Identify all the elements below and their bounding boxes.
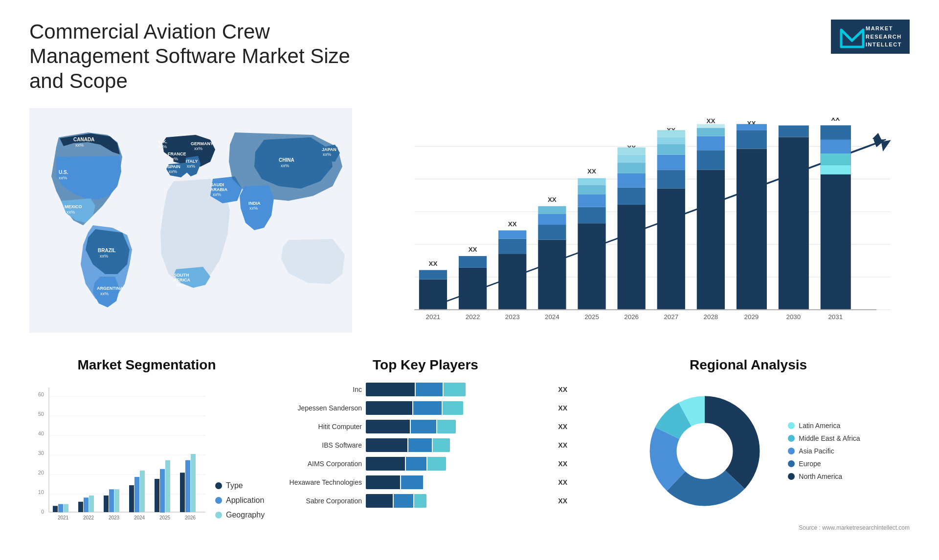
svg-rect-36: [498, 231, 526, 239]
seg-bar-chart-area: 0 10 20 30 40 50 60: [29, 383, 205, 519]
logo-icon: [839, 25, 866, 48]
svg-text:xx%: xx%: [170, 156, 178, 161]
svg-rect-74: [618, 148, 646, 155]
svg-text:XX: XX: [508, 220, 517, 228]
players-list: Inc XX Jepessen Sanderson: [284, 383, 567, 508]
svg-rect-77: [737, 124, 767, 130]
svg-text:2021: 2021: [58, 515, 69, 520]
bar-2028: [697, 170, 725, 310]
player-name-inc: Inc: [284, 386, 362, 393]
us-label: U.S.: [59, 170, 68, 175]
svg-rect-114: [140, 471, 145, 512]
north-america-dot: [788, 473, 795, 480]
india-label: INDIA: [248, 201, 261, 206]
svg-text:ARABIA: ARABIA: [210, 187, 227, 192]
svg-text:2028: 2028: [704, 313, 718, 321]
regional-section: Regional Analysis: [587, 357, 910, 531]
spain-label: SPAIN: [167, 164, 180, 169]
svg-text:0: 0: [41, 509, 44, 515]
svg-text:2029: 2029: [744, 313, 759, 321]
bar-2023: [498, 254, 526, 310]
svg-rect-118: [165, 460, 170, 512]
reg-europe: Europe: [788, 460, 860, 468]
source-text: Source : www.marketresearchintellect.com: [587, 524, 910, 531]
italy-label: ITALY: [186, 159, 198, 164]
main-grid: CANADA xx% U.S. xx% MEXICO xx% BRAZIL xx…: [29, 108, 910, 531]
svg-text:2023: 2023: [505, 313, 520, 321]
argentina-label: ARGENTINA: [97, 286, 123, 291]
player-row-aims: AIMS Corporation XX: [284, 457, 567, 471]
segmentation-section: Market Segmentation 0 10 20 30 40: [29, 357, 264, 519]
svg-text:2023: 2023: [109, 515, 120, 520]
player-name-ibs: IBS Software: [284, 441, 362, 449]
svg-text:xx%: xx%: [176, 282, 184, 287]
svg-rect-64: [697, 128, 725, 136]
svg-rect-53: [618, 155, 646, 163]
svg-text:2024: 2024: [545, 313, 559, 321]
svg-rect-50: [618, 188, 646, 205]
player-value-ibs: XX: [558, 441, 567, 449]
europe-dot: [788, 460, 795, 467]
svg-text:XX: XX: [469, 246, 477, 254]
svg-marker-26: [877, 136, 891, 152]
player-value-inc: XX: [558, 386, 567, 393]
player-bars-hexaware: [366, 475, 552, 489]
svg-rect-62: [697, 150, 725, 170]
svg-rect-51: [618, 173, 646, 188]
svg-rect-76: [697, 124, 725, 128]
svg-rect-32: [459, 256, 487, 268]
map-section: CANADA xx% U.S. xx% MEXICO xx% BRAZIL xx…: [29, 108, 362, 343]
japan-label: JAPAN: [322, 147, 336, 152]
latin-america-dot: [788, 422, 795, 429]
trend-chart-svg: XX 2021 XX 2022 XX 2023 XX 2024: [386, 118, 900, 352]
logo-text: MARKET RESEARCH INTELLECT: [866, 24, 902, 49]
svg-text:2026: 2026: [185, 515, 196, 520]
regional-title: Regional Analysis: [587, 357, 910, 373]
reg-latin-america: Latin America: [788, 422, 860, 430]
svg-text:30: 30: [38, 450, 44, 456]
svg-rect-56: [657, 170, 685, 189]
svg-text:xx%: xx%: [100, 291, 109, 296]
player-row-hitit: Hitit Computer XX: [284, 420, 567, 433]
asia-pacific-dot: [788, 448, 795, 454]
svg-rect-82: [821, 153, 851, 165]
svg-rect-112: [129, 485, 134, 512]
mea-label: Middle East & Africa: [799, 434, 860, 442]
svg-text:xx%: xx%: [67, 210, 75, 215]
player-name-sabre: Sabre Corporation: [284, 497, 362, 505]
svg-rect-106: [89, 495, 94, 512]
player-value-hexaware: XX: [558, 478, 567, 486]
bar-2021: [419, 280, 447, 310]
svg-rect-41: [538, 206, 566, 214]
svg-rect-78: [779, 126, 809, 137]
svg-rect-100: [53, 506, 58, 512]
seg-chart-svg: 0 10 20 30 40 50 60: [29, 383, 205, 529]
chart-section: XX 2021 XX 2022 XX 2023 XX 2024: [377, 108, 910, 343]
svg-line-28: [424, 139, 886, 309]
svg-text:XX: XX: [429, 260, 438, 267]
player-value-hitit: XX: [558, 423, 567, 431]
player-value-jepessen: XX: [558, 404, 567, 412]
svg-text:2025: 2025: [584, 313, 599, 321]
player-name-hitit: Hitit Computer: [284, 423, 362, 431]
player-row-inc: Inc XX: [284, 383, 567, 396]
asia-pacific-label: Asia Pacific: [799, 447, 834, 455]
reg-asia-pacific: Asia Pacific: [788, 447, 860, 455]
svg-rect-102: [64, 504, 68, 513]
svg-rect-120: [180, 473, 185, 512]
geography-label: Geography: [226, 511, 265, 519]
svg-rect-39: [538, 225, 566, 240]
svg-text:2025: 2025: [159, 515, 171, 520]
svg-text:XX: XX: [587, 168, 596, 175]
svg-rect-121: [185, 460, 190, 512]
donut-center: [678, 424, 732, 478]
svg-rect-101: [58, 504, 63, 513]
svg-rect-104: [78, 502, 83, 512]
svg-rect-63: [697, 136, 725, 151]
seg-legend: Type Application Geography: [215, 481, 265, 519]
svg-text:xx%: xx%: [194, 146, 202, 151]
player-name-jepessen: Jepessen Sanderson: [284, 404, 362, 412]
world-map-svg: CANADA xx% U.S. xx% MEXICO xx% BRAZIL xx…: [29, 108, 352, 333]
type-label: Type: [226, 481, 243, 490]
seg-chart-wrapper: 0 10 20 30 40 50 60: [29, 383, 264, 519]
